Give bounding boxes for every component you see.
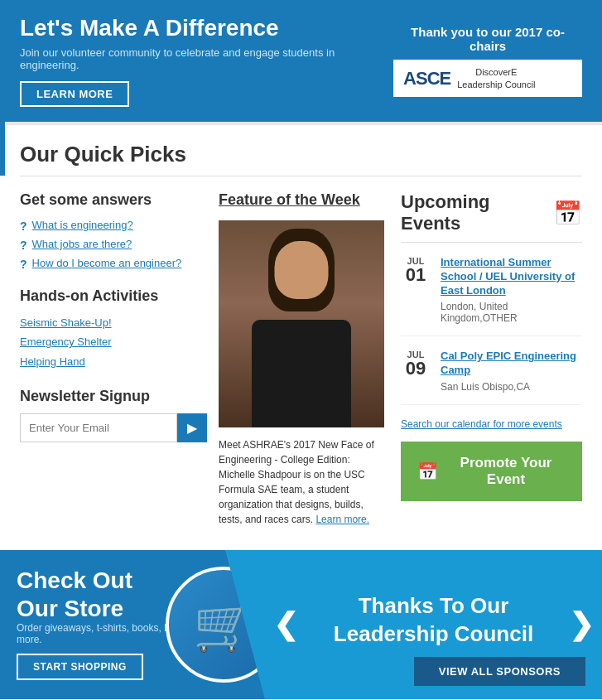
list-item: Helping Hand [20,352,202,371]
header-title: Let's Make A Difference [20,15,393,41]
event-location-2: San Luis Obispo,CA [441,381,582,393]
events-header: Upcoming Events 📅 [401,191,582,243]
header-left: Let's Make A Difference Join our volunte… [20,15,393,107]
discover-e-label: DiscoverELeadership Council [457,66,535,90]
event-day-2: 09 [401,360,431,378]
qa-link-become[interactable]: How do I become an engineer? [32,257,182,269]
carousel-prev-button[interactable]: ❮ [273,607,298,642]
event-location-1: London, United Kingdom,OTHER [441,301,582,324]
newsletter-section: Newsletter Signup ▶ [20,388,202,442]
store-section: Check OutOur Store Order giveaways, t-sh… [0,550,265,699]
store-image-emoji: 🛒 [193,596,255,654]
header-right: Thank you to our 2017 co-chairs ASCE Dis… [393,25,582,97]
event-item-1: JUL 01 International Summer School / UEL… [401,256,582,337]
right-column: Upcoming Events 📅 JUL 01 International S… [401,191,582,533]
calendar-icon: 📅 [553,200,582,227]
feature-image [219,220,384,427]
newsletter-heading: Newsletter Signup [20,388,202,405]
event-title-2[interactable]: Cal Poly EPIC Engineering Camp [441,350,582,378]
event-date-1: JUL 01 [401,256,431,325]
asce-logo: ASCE [403,68,450,89]
feature-heading: Feature of the Week [219,191,384,209]
person-body [252,320,351,427]
bottom-banner: Check OutOur Store Order giveaways, t-sh… [0,550,602,699]
get-answers-heading: Get some answers [20,191,202,209]
carousel-next-button[interactable]: ❯ [569,607,594,642]
promote-calendar-icon: 📅 [417,461,438,481]
leadership-section: Thanks To OurLeadership Council ❮ ❯ VIEW… [265,550,602,699]
quick-picks-wrapper: Our Quick Picks Get some answers ? What … [0,122,602,550]
promote-event-label: Promote Your Event [446,455,566,488]
hands-on-heading: Hands-on Activities [20,287,202,305]
feature-caption: Meet ASHRAE's 2017 New Face of Engineeri… [219,437,384,527]
thanks-text: Thank you to our 2017 co-chairs [393,25,582,53]
list-item: Emergency Shelter [20,332,202,351]
hands-on-list: Seismic Shake-Up! Emergency Shelter Help… [20,313,202,371]
person-face [275,241,329,299]
start-shopping-button[interactable]: START SHOPPING [17,654,143,680]
header-subtitle: Join our volunteer community to celebrat… [20,46,393,71]
feature-caption-text: Meet ASHRAE's 2017 New Face of Engineeri… [219,439,374,525]
event-details-1: International Summer School / UEL Univer… [441,256,582,325]
event-details-2: Cal Poly EPIC Engineering Camp San Luis … [441,350,582,393]
left-column: Get some answers ? What is engineering? … [20,191,219,533]
activity-shelter[interactable]: Emergency Shelter [20,336,112,348]
event-date-2: JUL 09 [401,350,431,393]
email-input[interactable] [20,413,177,442]
qa-list: ? What is engineering? ? What jobs are t… [20,219,202,271]
question-icon: ? [20,220,27,233]
section-accent-bar [0,122,5,176]
list-item: ? How do I become an engineer? [20,257,202,271]
event-title-1[interactable]: International Summer School / UEL Univer… [441,256,582,298]
qa-link-engineering[interactable]: What is engineering? [32,219,133,231]
event-day-1: 01 [401,266,431,284]
quick-picks-section: Our Quick Picks Get some answers ? What … [0,122,602,550]
qa-link-jobs[interactable]: What jobs are there? [32,238,132,250]
activity-seismic[interactable]: Seismic Shake-Up! [20,316,112,329]
learn-more-button[interactable]: LEARN MORE [20,81,129,107]
events-heading: Upcoming Events [401,191,553,235]
header-banner: Let's Make A Difference Join our volunte… [0,0,602,122]
list-item: Seismic Shake-Up! [20,313,202,332]
event-item-2: JUL 09 Cal Poly EPIC Engineering Camp Sa… [401,350,582,405]
feature-learn-more-link[interactable]: Learn more. [315,514,369,525]
store-image-circle: 🛒 [166,567,282,683]
hands-on-section: Hands-on Activities Seismic Shake-Up! Em… [20,287,202,371]
carousel-nav: ❮ ❯ [265,607,602,642]
person-silhouette [219,220,384,427]
view-sponsors-button[interactable]: VIEW ALL SPONSORS [414,657,585,686]
list-item: ? What jobs are there? [20,238,202,252]
question-icon: ? [20,239,27,252]
activity-hand[interactable]: Helping Hand [20,355,85,368]
promote-event-button[interactable]: 📅 Promote Your Event [401,442,582,501]
email-submit-button[interactable]: ▶ [177,413,207,442]
list-item: ? What is engineering? [20,219,202,233]
email-form: ▶ [20,413,202,442]
middle-column: Feature of the Week Meet ASHRAE's 2017 N… [219,191,401,533]
search-calendar-link[interactable]: Search our calendar for more events [401,418,582,430]
question-icon: ? [20,258,27,271]
logo-area: ASCE DiscoverELeadership Council [393,60,582,97]
quick-picks-heading: Our Quick Picks [20,142,582,176]
quick-picks-content: Get some answers ? What is engineering? … [20,191,582,533]
